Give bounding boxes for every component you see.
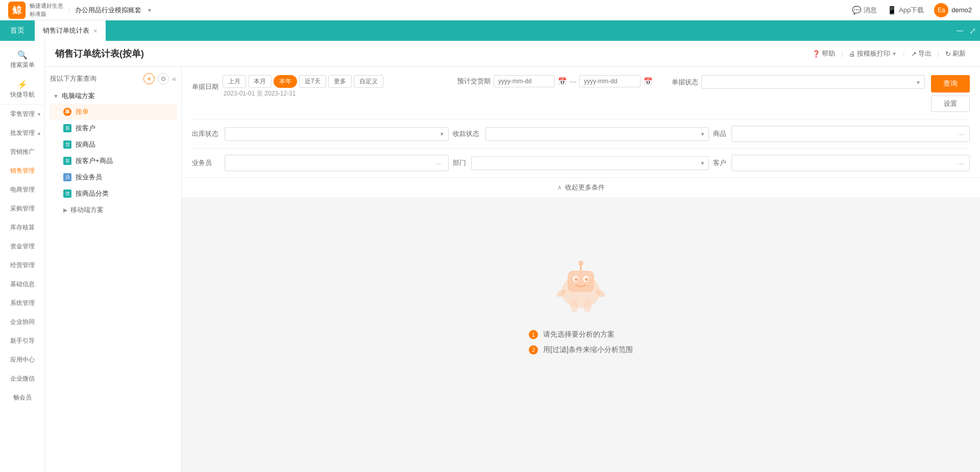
tree-child-bycustomerproduct[interactable]: 客 按客户+商品: [49, 153, 177, 169]
tabbar: 首页 销售订单统计表 × ─ ⤢: [0, 20, 980, 41]
tab-close-btn[interactable]: ×: [93, 27, 97, 35]
app-download-action[interactable]: 📱 App下载: [887, 6, 924, 15]
tree-parent-mobile[interactable]: ▶ 移动端方案: [49, 202, 177, 218]
sidebar-item-basic[interactable]: 基础信息: [0, 275, 44, 294]
date-btn-last7days[interactable]: 近7天: [299, 75, 326, 88]
expected-date-label: 预计交货期: [457, 77, 491, 86]
customer-input[interactable]: ···: [731, 155, 970, 171]
sidebar-item-member[interactable]: 畅会员: [0, 388, 44, 407]
collapse-more-btn[interactable]: ∧ 收起更多条件: [182, 177, 980, 197]
product-dots: ···: [957, 130, 964, 138]
sidebar-item-purchase[interactable]: 采购管理: [0, 199, 44, 218]
tree-child-byorder[interactable]: 单 按单: [49, 104, 177, 120]
collapse-panel-btn[interactable]: «: [172, 75, 176, 83]
shipment-select[interactable]: [225, 127, 449, 141]
expected-date-end-input[interactable]: [579, 75, 641, 87]
sidebar-item-system[interactable]: 系统管理: [0, 294, 44, 313]
sidebar-item-quicknav[interactable]: ⚡ 快捷导航: [0, 75, 44, 105]
sidebar-item-appcenter[interactable]: 应用中心: [0, 350, 44, 369]
refresh-btn[interactable]: ↻ 刷新: [941, 47, 970, 60]
byproduct-icon: 货: [63, 140, 71, 149]
minimize-icon[interactable]: ─: [957, 26, 963, 36]
sidebar-item-retail[interactable]: 零售管理 ▼: [0, 105, 44, 124]
payment-select-wrapper: ▼: [485, 127, 709, 141]
sidebar-item-inventory[interactable]: 库存核算: [0, 218, 44, 237]
retail-arrow-icon: ▼: [37, 112, 41, 117]
date-controls: 上月 本月 本年 近7天 更多 自定义 2023-01-01 至 2023-12…: [223, 75, 383, 98]
date-btn-custom[interactable]: 自定义: [354, 75, 383, 88]
sidebar-item-wholesale[interactable]: 批发管理 ▲: [0, 124, 44, 143]
topbar: 鲸 畅捷通好生意 标准版 | 办公用品行业模拟账套 ▼ 💬 消息 📱 App下载…: [0, 0, 980, 20]
date-btn-thismonth[interactable]: 本月: [248, 75, 272, 88]
sidebar-item-operations[interactable]: 经营管理: [0, 256, 44, 275]
tree-section-pc: ▼ 电脑端方案 单 按单 客 按客户 货: [45, 88, 181, 218]
payment-select[interactable]: [485, 127, 709, 141]
filter-row-1: 单据日期 上月 本月 本年 近7天 更多 自定义 20: [192, 75, 970, 112]
department-select[interactable]: [471, 156, 709, 170]
tree-parent-label: 电脑端方案: [62, 91, 95, 101]
help-btn[interactable]: ❓ 帮助: [808, 47, 839, 60]
query-btn-group: 查询 设置: [931, 75, 970, 112]
left-panel: 按以下方案查询 + ⊙ « ▼ 电脑端方案 单: [45, 67, 182, 472]
logo: 鲸 畅捷通好生意 标准版: [8, 2, 63, 19]
expected-date-start-input[interactable]: [494, 75, 555, 87]
date-btn-lastmonth[interactable]: 上月: [223, 75, 246, 88]
filter-cell-product: 商品 ···: [713, 126, 970, 142]
date-btn-thisyear[interactable]: 本年: [274, 75, 297, 88]
page-actions: ❓ 帮助 | 🖨 按模板打印 ▼ | ↗ 导出 | ↻ 刷新: [808, 47, 970, 60]
expected-date-start-calendar-icon[interactable]: 📅: [558, 77, 567, 85]
message-icon: 💬: [852, 6, 862, 15]
sidebar-item-wechat[interactable]: 企业微信: [0, 369, 44, 388]
export-btn[interactable]: ↗ 导出: [907, 47, 936, 60]
shipment-label: 出库状态: [192, 129, 220, 138]
filter-cell-payment: 收款状态 ▼: [453, 126, 709, 142]
svg-point-11: [583, 298, 592, 313]
sidebar-item-enterprise[interactable]: 企业协同: [0, 313, 44, 332]
panel-header: 按以下方案查询 + ⊙ «: [45, 73, 181, 88]
quicknav-icon: ⚡: [4, 80, 40, 89]
main-layout: 🔍 搜索菜单 ⚡ 快捷导航 零售管理 ▼ 批发管理 ▲ 营销推广 销售管理 电商…: [0, 41, 980, 472]
sidebar-item-newbie[interactable]: 新手引导: [0, 332, 44, 350]
sidebar-item-search[interactable]: 🔍 搜索菜单: [0, 45, 44, 75]
customer-label: 客户: [713, 158, 727, 168]
salesperson-input[interactable]: ···: [225, 155, 449, 171]
app-title-dropdown[interactable]: ▼: [146, 7, 152, 13]
department-label: 部门: [453, 158, 467, 168]
step1-num: 1: [529, 330, 538, 339]
app-download-label: App下载: [899, 6, 924, 15]
wholesale-arrow-icon: ▲: [37, 131, 41, 136]
step2-num: 2: [529, 345, 538, 355]
logo-icon: 鲸: [8, 2, 26, 19]
refresh-icon: ↻: [945, 50, 951, 58]
sidebar-item-sales[interactable]: 销售管理: [0, 161, 44, 180]
page-title: 销售订单统计表(按单): [55, 48, 144, 60]
tab-active[interactable]: 销售订单统计表 ×: [35, 20, 106, 41]
sidebar-item-marketing[interactable]: 营销推广: [0, 143, 44, 161]
tree-child-bysalesperson[interactable]: 员 按业务员: [49, 169, 177, 185]
product-input[interactable]: ···: [731, 126, 970, 142]
maximize-icon[interactable]: ⤢: [969, 26, 976, 36]
query-button[interactable]: 查询: [931, 75, 970, 92]
message-action[interactable]: 💬 消息: [852, 6, 877, 15]
tree-child-byproductcat[interactable]: 类 按商品分类: [49, 185, 177, 202]
tree-child-bycustomer[interactable]: 客 按客户: [49, 120, 177, 136]
print-template-btn[interactable]: 🖨 按模板打印 ▼: [845, 47, 901, 60]
filter-cell-salesperson: 业务员 ···: [192, 155, 449, 171]
expected-date-end-calendar-icon[interactable]: 📅: [644, 77, 652, 85]
export-icon: ↗: [911, 50, 917, 58]
edit-plan-btn[interactable]: ⊙: [158, 73, 169, 84]
add-plan-btn[interactable]: +: [143, 73, 155, 84]
settings-button[interactable]: 设置: [931, 96, 970, 112]
filter-cell-shipment: 出库状态 ▼: [192, 126, 449, 142]
sidebar-item-finance[interactable]: 资金管理: [0, 237, 44, 256]
status-select[interactable]: [701, 75, 925, 89]
user-profile[interactable]: Ea demo2: [934, 3, 972, 17]
print-dropdown-icon[interactable]: ▼: [892, 51, 897, 57]
tree-child-byproduct[interactable]: 货 按商品: [49, 136, 177, 153]
step2-text: 用[过滤]条件来缩小分析范围: [543, 345, 633, 355]
sidebar-item-ecommerce[interactable]: 电商管理: [0, 180, 44, 199]
empty-state-illustration: [545, 248, 617, 320]
date-btn-more[interactable]: 更多: [328, 75, 352, 88]
tab-home[interactable]: 首页: [0, 20, 35, 41]
tree-parent-pc[interactable]: ▼ 电脑端方案: [49, 88, 177, 104]
